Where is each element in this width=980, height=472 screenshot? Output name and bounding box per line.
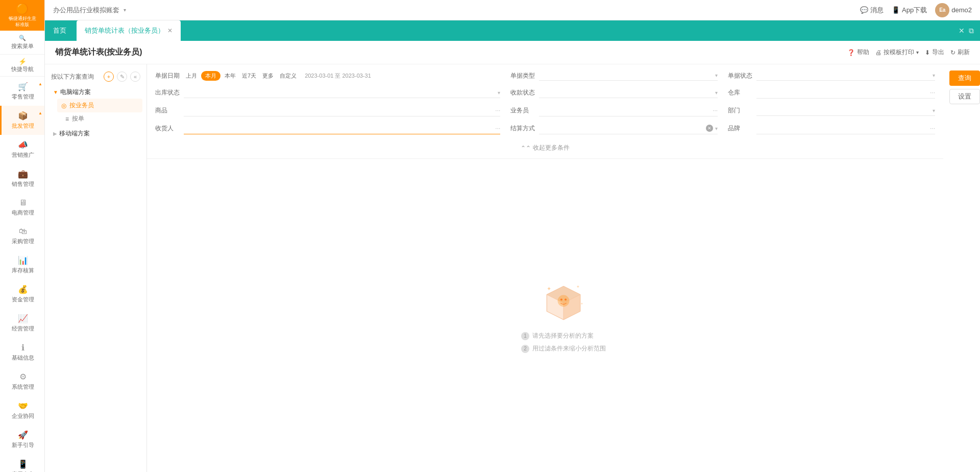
add-scheme-button[interactable]: + <box>104 72 114 82</box>
tabs-bar-actions: ✕ ⧉ <box>959 27 980 35</box>
sidebar-item-apps[interactable]: 📱 应用中心 <box>0 454 44 472</box>
basic-label: 基础信息 <box>12 354 34 362</box>
logo-text: 畅捷通好生意 标准版 <box>9 16 36 29</box>
topnav-left: 办公用品行业模拟账套 ▾ <box>53 6 126 15</box>
tab-home[interactable]: 首页 <box>45 20 75 41</box>
doc-status-input[interactable]: ▾ <box>756 70 935 81</box>
date-tab-this-month[interactable]: 本月 <box>201 71 220 81</box>
collection-arrow: ▾ <box>715 90 718 96</box>
sidebar-item-marketing[interactable]: 📣 营销推广 <box>0 135 44 164</box>
sidebar-item-wholesale[interactable]: 📦 批发管理 <box>0 106 44 135</box>
scheme-salesperson[interactable]: ◎ 按业务员 <box>57 99 142 112</box>
desktop-scheme-items: ◎ 按业务员 ≡ 按单 <box>49 99 142 125</box>
dept-input[interactable]: ▾ <box>756 106 935 116</box>
collection-label: 收款状态 <box>510 88 539 97</box>
basic-icon: ℹ <box>21 343 24 352</box>
filter-sidebar-actions: + ✎ « <box>104 72 140 82</box>
mobile-scheme-label: 移动端方案 <box>59 129 90 138</box>
svg-point-5 <box>565 299 567 301</box>
tab-sales-report[interactable]: 销货单统计表（按业务员） ✕ <box>77 20 181 41</box>
filter-row-3: 商品 ··· 业务员 <box>155 105 935 116</box>
user-menu[interactable]: Ea demo2 <box>935 3 972 17</box>
desktop-scheme-toggle[interactable]: ▼ 电脑端方案 <box>49 86 142 99</box>
message-button[interactable]: 💬 消息 <box>860 6 884 15</box>
sidebar-item-system[interactable]: ⚙ 系统管理 <box>0 367 44 396</box>
sidebar-item-basic[interactable]: ℹ 基础信息 <box>0 338 44 367</box>
marketing-label: 营销推广 <box>12 151 34 159</box>
date-tab-more[interactable]: 更多 <box>260 71 276 81</box>
hint-num-1: 1 <box>521 332 529 340</box>
template-print-button[interactable]: 🖨 按模板打印 ▾ <box>875 48 919 57</box>
mobile-scheme-toggle[interactable]: ▶ 移动端方案 <box>49 127 142 140</box>
edit-scheme-button[interactable]: ✎ <box>117 72 127 82</box>
settings-button[interactable]: 设置 <box>949 89 980 104</box>
sidebar-item-finance[interactable]: 💰 资金管理 <box>0 279 44 309</box>
print-icon: 🖨 <box>875 49 881 56</box>
sidebar-item-retail[interactable]: 🛒 零售管理 <box>0 77 44 106</box>
sidebar-item-purchase[interactable]: 🛍 采购管理 <box>0 222 44 250</box>
quick-nav[interactable]: ⚡ 快捷导航 <box>0 55 44 77</box>
collapse-sidebar-button[interactable]: « <box>130 72 140 82</box>
main-area: 办公用品行业模拟账套 ▾ 💬 消息 📱 App下载 Ea demo2 首页 <box>45 0 980 472</box>
date-tab-7days[interactable]: 近7天 <box>240 71 258 81</box>
tab-restore-icon[interactable]: ⧉ <box>969 27 974 35</box>
date-tab-last-month[interactable]: 上月 <box>184 71 199 81</box>
tab-close-all-icon[interactable]: ✕ <box>959 27 965 35</box>
settlement-clear-button[interactable]: ✕ <box>706 125 713 132</box>
brand-input[interactable]: ··· <box>756 123 935 134</box>
consignee-dots: ··· <box>495 125 500 132</box>
collapse-more-label: 收起更多条件 <box>533 144 570 152</box>
consignee-input[interactable]: ··· <box>184 123 500 134</box>
filter-row-4: 收货人 ··· 结算方式 <box>155 123 935 134</box>
sidebar-item-inventory[interactable]: 📊 库存核算 <box>0 250 44 279</box>
doc-type-input[interactable]: ▾ <box>539 70 718 81</box>
date-tab-this-year[interactable]: 本年 <box>223 71 238 81</box>
shipment-input[interactable]: ▾ <box>184 88 500 98</box>
sidebar-item-cooperation[interactable]: 🤝 企业协同 <box>0 396 44 425</box>
sidebar-item-guide[interactable]: 🚀 新手引导 <box>0 425 44 454</box>
content-wrapper: 按以下方案查询 + ✎ « ▼ 电脑端方案 <box>45 64 980 472</box>
export-button[interactable]: ⬇ 导出 <box>925 48 944 57</box>
salesperson-label: 业务员 <box>510 106 539 115</box>
empty-hint-2: 2 用过滤条件来缩小分析范围 <box>521 344 606 353</box>
dept-field: 部门 ▾ <box>728 106 935 116</box>
goods-input[interactable]: ··· <box>184 105 500 116</box>
svg-text:✦: ✦ <box>547 286 551 292</box>
message-label: 消息 <box>870 6 884 15</box>
salesperson-scheme-label: 按业务员 <box>69 101 94 110</box>
apps-icon: 📱 <box>18 459 28 469</box>
app-download-button[interactable]: 📱 App下载 <box>892 6 927 15</box>
sidebar-item-sales[interactable]: 💼 销售管理 <box>0 164 44 193</box>
collection-input[interactable]: ▾ <box>539 88 718 98</box>
collection-field: 收款状态 ▾ <box>510 88 718 98</box>
salesperson-input[interactable]: ··· <box>539 105 718 116</box>
settlement-arrow: ▾ <box>715 126 718 131</box>
hint-num-2: 2 <box>521 345 529 353</box>
refresh-icon: ↻ <box>950 49 955 56</box>
tab-close-icon[interactable]: ✕ <box>167 27 173 34</box>
sidebar-item-operation[interactable]: 📈 经营管理 <box>0 309 44 338</box>
sidebar-item-ecommerce[interactable]: 🖥 电商管理 <box>0 193 44 222</box>
filter-row-1: 单据日期 上月 本月 本年 近7天 更多 <box>155 70 935 81</box>
mobile-icon: 📱 <box>892 6 900 14</box>
warehouse-input[interactable]: ··· <box>756 87 935 99</box>
finance-label: 资金管理 <box>12 296 34 303</box>
sales-label: 销售管理 <box>12 180 34 188</box>
doc-status-arrow: ▾ <box>933 73 935 78</box>
brand-field: 品牌 ··· <box>728 123 935 134</box>
app-logo[interactable]: 🟠 畅捷通好生意 标准版 <box>0 0 44 31</box>
search-button[interactable]: 🔍 搜索菜单 <box>11 35 34 50</box>
collapse-more-button[interactable]: ⌃⌃ 收起更多条件 <box>155 140 935 156</box>
topnav-dropdown-icon[interactable]: ▾ <box>124 7 126 13</box>
doc-type-field: 单据类型 ▾ <box>510 70 718 81</box>
refresh-button[interactable]: ↻ 刷新 <box>950 48 970 57</box>
purchase-icon: 🛍 <box>19 227 27 236</box>
query-button[interactable]: 查询 <box>949 70 980 86</box>
page-title: 销货单统计表(按业务员) <box>55 47 142 58</box>
help-icon: ❓ <box>847 49 855 56</box>
date-tab-custom[interactable]: 自定义 <box>278 71 299 81</box>
help-button[interactable]: ❓ 帮助 <box>847 48 869 57</box>
quick-nav-label: 快捷导航 <box>11 65 34 73</box>
scheme-order[interactable]: ≡ 按单 <box>57 112 142 125</box>
settlement-input[interactable]: ✕ ▾ <box>539 123 718 134</box>
